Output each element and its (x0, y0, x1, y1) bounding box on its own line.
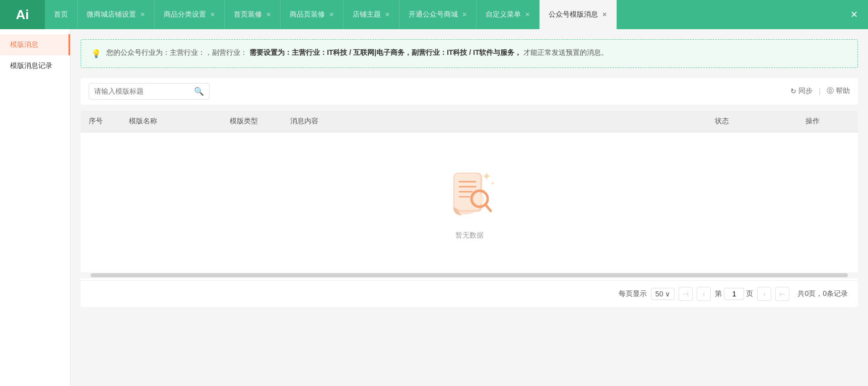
page-number-input[interactable] (724, 288, 744, 300)
close-all-button[interactable]: ✕ (840, 0, 868, 29)
close-tab-icon[interactable]: ✕ (140, 11, 145, 18)
sidebar-item-template-msg[interactable]: 模版消息 (0, 34, 70, 55)
close-tab-icon[interactable]: ✕ (266, 11, 271, 18)
nav-tab-label: 商品页装修 (290, 10, 325, 19)
search-icon[interactable]: 🔍 (194, 87, 204, 96)
close-tab-icon[interactable]: ✕ (525, 11, 530, 18)
close-tab-icon[interactable]: ✕ (329, 11, 334, 18)
nav-tab-category-setting[interactable]: 商品分类设置✕ (155, 0, 225, 29)
nav-tab-label: 公众号模版消息 (549, 10, 598, 19)
nav-tab-label: 自定义菜单 (486, 10, 521, 19)
nav-tab-home[interactable]: 首页 (45, 0, 78, 29)
notice-box: 💡 您的公众号行业为：主营行业：，副营行业： 需要设置为：主营行业：IT科技 /… (81, 39, 858, 68)
help-icon: ⓪ (827, 87, 834, 96)
nav-tab-home-decor[interactable]: 首页装修✕ (225, 0, 281, 29)
close-tab-icon[interactable]: ✕ (385, 11, 390, 18)
sidebar-item-template-msg-log[interactable]: 模版消息记录 (0, 55, 70, 76)
divider: | (819, 87, 821, 95)
main-layout: 模版消息模版消息记录 💡 您的公众号行业为：主营行业：，副营行业： 需要设置为：… (0, 29, 868, 386)
last-page-button[interactable]: ⊢ (775, 287, 789, 301)
nav-tab-label: 首页 (54, 10, 68, 19)
search-input[interactable] (94, 87, 194, 95)
table-col-content: 消息内容 (282, 111, 707, 132)
content-area: 💡 您的公众号行业为：主营行业：，副营行业： 需要设置为：主营行业：IT科技 /… (71, 29, 868, 386)
table-wrapper: 序号模版名称模版类型消息内容状态操作 (81, 111, 858, 307)
toolbar: 🔍 ↻ 同步 | ⓪ 帮助 (81, 78, 858, 105)
top-nav: Ai 首页微商城店铺设置✕商品分类设置✕首页装修✕商品页装修✕店铺主题✕开通公众… (0, 0, 868, 29)
close-tab-icon[interactable]: ✕ (210, 11, 215, 18)
scrollbar-track (91, 273, 848, 277)
empty-state: 暂无数据 (81, 132, 858, 270)
nav-tab-shop-theme[interactable]: 店铺主题✕ (344, 0, 399, 29)
notice-text: 您的公众号行业为：主营行业：，副营行业： 需要设置为：主营行业：IT科技 / 互… (106, 47, 608, 58)
page-size-select[interactable]: 50 ∨ (651, 288, 675, 300)
close-tab-icon[interactable]: ✕ (602, 11, 607, 18)
table-col-name: 模版名称 (121, 111, 222, 132)
nav-tab-template-msg[interactable]: 公众号模版消息✕ (540, 0, 617, 29)
nav-tab-product-decor[interactable]: 商品页装修✕ (281, 0, 344, 29)
search-area: 🔍 (89, 83, 210, 100)
table-col-action: 操作 (797, 111, 858, 132)
close-tab-icon[interactable]: ✕ (462, 11, 467, 18)
scroll-bar[interactable] (81, 272, 858, 278)
nav-tabs: 首页微商城店铺设置✕商品分类设置✕首页装修✕商品页装修✕店铺主题✕开通公众号商城… (45, 0, 840, 29)
nav-tab-label: 商品分类设置 (164, 10, 206, 19)
prev-page-button[interactable]: ‹ (697, 287, 711, 301)
chevron-down-icon: ∨ (665, 290, 670, 298)
svg-line-7 (485, 204, 491, 211)
pagination: 每页显示 50 ∨ ⊣ ‹ 第 页 › ⊢ 共0页，0条记录 (81, 280, 858, 307)
sidebar: 模版消息模版消息记录 (0, 29, 71, 386)
page-input-wrap: 第 页 (715, 288, 753, 300)
toolbar-right: ↻ 同步 | ⓪ 帮助 (790, 87, 850, 96)
nav-tab-custom-menu[interactable]: 自定义菜单✕ (477, 0, 540, 29)
total-records-text: 共0页，0条记录 (797, 289, 848, 298)
table-col-status: 状态 (707, 111, 797, 132)
notice-icon: 💡 (91, 47, 101, 60)
first-page-button[interactable]: ⊣ (679, 287, 693, 301)
nav-tab-label: 店铺主题 (353, 10, 381, 19)
nav-tab-open-mall[interactable]: 开通公众号商城✕ (399, 0, 477, 29)
nav-tab-label: 微商城店铺设置 (87, 10, 136, 19)
logo: Ai (0, 0, 45, 29)
nav-tab-label: 开通公众号商城 (409, 10, 458, 19)
page-size-label: 每页显示 (619, 289, 647, 298)
svg-point-6 (475, 194, 485, 204)
help-button[interactable]: ⓪ 帮助 (827, 87, 850, 96)
table-col-seq: 序号 (81, 111, 121, 132)
next-page-button[interactable]: › (757, 287, 771, 301)
nav-tab-shop-setting[interactable]: 微商城店铺设置✕ (78, 0, 155, 29)
empty-illustration (439, 163, 500, 223)
empty-text: 暂无数据 (455, 231, 484, 240)
table-header: 序号模版名称模版类型消息内容状态操作 (81, 111, 858, 132)
nav-tab-label: 首页装修 (234, 10, 262, 19)
table-col-type: 模版类型 (222, 111, 282, 132)
sync-icon: ↻ (790, 87, 796, 95)
sync-button[interactable]: ↻ 同步 (790, 87, 813, 96)
